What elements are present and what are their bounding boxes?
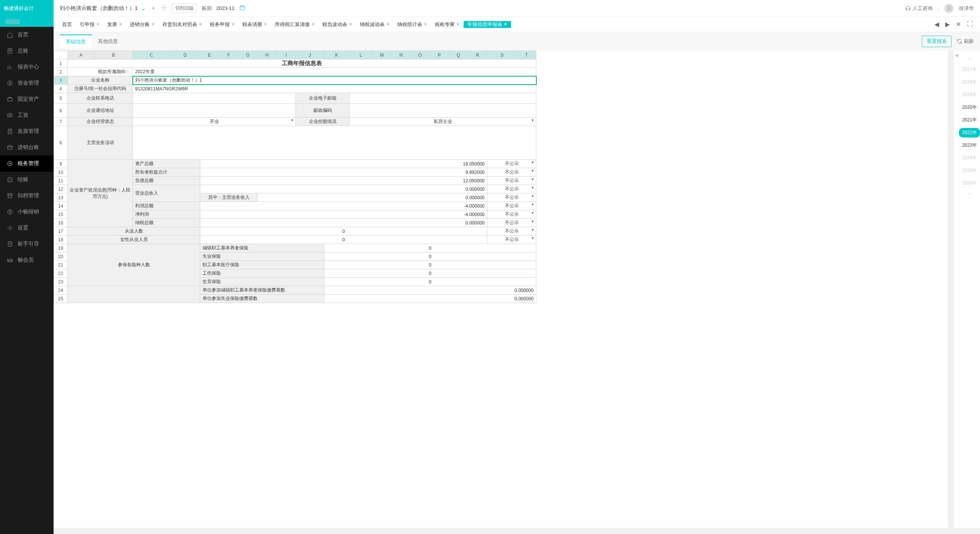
cell-value[interactable]: 12.050000 <box>200 177 487 185</box>
dropdown-holding[interactable]: 私营企业 <box>350 118 536 126</box>
dropdown-publicity[interactable]: 不公示 <box>487 193 536 202</box>
cell-value[interactable]: 0.000000 <box>258 193 487 202</box>
cell-value[interactable]: -4.000000 <box>200 202 487 210</box>
nav-item-home[interactable]: 首页 <box>0 27 54 43</box>
row-header[interactable]: 20 <box>54 252 68 261</box>
row-header[interactable]: 1 <box>54 59 68 68</box>
nav-item-asset[interactable]: 固定资产 <box>0 91 54 107</box>
nav-item-vip[interactable]: 畅会员 <box>0 252 54 268</box>
col-header[interactable]: I <box>277 51 296 59</box>
sheet-corner[interactable] <box>54 51 68 59</box>
tab[interactable]: 税表清册✕ <box>238 21 271 28</box>
cell-value[interactable] <box>350 104 536 118</box>
dropdown-publicity[interactable]: 不公示 <box>487 185 536 193</box>
dropdown-publicity[interactable]: 不公示 <box>487 210 536 219</box>
avatar[interactable] <box>944 4 954 13</box>
year-option[interactable]: 2017年 <box>959 65 980 74</box>
tab-next-button[interactable]: ▶ <box>943 19 952 29</box>
col-header[interactable]: A <box>68 51 95 59</box>
col-header[interactable]: P <box>430 51 449 59</box>
cell-value[interactable]: 18.050000 <box>200 160 487 168</box>
dropdown-status[interactable]: 开业 <box>133 118 296 126</box>
close-icon[interactable]: ✕ <box>386 22 390 27</box>
row-header[interactable]: 12 <box>54 185 68 193</box>
row-header[interactable]: 25 <box>54 295 68 303</box>
year-option[interactable]: 2021年 <box>959 115 980 125</box>
dropdown-publicity[interactable]: 不公示 <box>487 219 536 227</box>
row-header[interactable]: 8 <box>54 126 68 160</box>
tab-close-button[interactable]: ✕ <box>954 19 963 29</box>
col-header[interactable]: Q <box>449 51 468 59</box>
support-link[interactable]: 人工咨询 <box>905 5 933 12</box>
row-header[interactable]: 7 <box>54 118 68 126</box>
col-header[interactable]: T <box>517 51 536 59</box>
user-name[interactable]: 徐泽华 <box>959 5 974 12</box>
account-selector[interactable]: 刘小艳演示账套（勿删勿动！）1 ⌄ <box>60 5 146 12</box>
cell-value[interactable]: 0 <box>324 244 536 252</box>
row-header[interactable]: 3 <box>54 76 68 85</box>
spreadsheet[interactable]: A B C D E F G H I J K L M N O <box>54 51 948 528</box>
close-icon[interactable]: ✕ <box>231 22 235 27</box>
tab[interactable]: 纳税波动表✕ <box>356 21 394 28</box>
cell-value[interactable]: 0.000000 <box>200 185 487 193</box>
close-icon[interactable]: ✕ <box>456 22 460 27</box>
col-header[interactable]: D <box>170 51 200 59</box>
year-up-button[interactable]: ︿ <box>966 54 973 63</box>
close-icon[interactable]: ✕ <box>151 22 155 27</box>
tab[interactable]: 年报信息申报表✕ <box>464 21 511 28</box>
cell-value[interactable]: 0.000000 <box>324 295 536 303</box>
nav-item-report[interactable]: 报表中心 <box>0 59 54 75</box>
close-icon[interactable]: ✕ <box>504 22 507 27</box>
cell-value[interactable]: 0 <box>200 227 487 236</box>
nav-item-settings[interactable]: 设置 <box>0 220 54 236</box>
nav-item-expense[interactable]: 小畅报销 <box>0 204 54 220</box>
tab[interactable]: 税务申报✕ <box>206 21 238 28</box>
add-icon[interactable]: ＋ <box>150 4 157 12</box>
dropdown-publicity[interactable]: 不公示 <box>487 168 536 177</box>
year-option[interactable]: 2024年 <box>959 153 980 163</box>
nav-item-archive[interactable]: 归档管理 <box>0 188 54 204</box>
dropdown-publicity[interactable]: 不公示 <box>487 227 536 236</box>
row-header[interactable]: 24 <box>54 286 68 295</box>
refresh-button[interactable]: 刷新 <box>956 36 974 47</box>
horizontal-scrollbar[interactable] <box>54 528 980 534</box>
cell-value[interactable]: 9.992000 <box>200 168 487 177</box>
col-header[interactable]: C <box>133 51 170 59</box>
cell-value[interactable]: 0 <box>324 269 536 278</box>
tab[interactable]: 引申报✕ <box>76 21 103 28</box>
fullscreen-button[interactable]: ⛶ <box>965 19 975 29</box>
reset-report-button[interactable]: 重置报表 <box>922 36 952 47</box>
cell-value[interactable]: -4.000000 <box>200 210 487 219</box>
row-header[interactable]: 4 <box>54 85 68 93</box>
cell-value[interactable]: 0.000000 <box>200 219 487 227</box>
gear-icon[interactable] <box>161 5 167 12</box>
col-header[interactable]: M <box>372 51 392 59</box>
dropdown-publicity[interactable]: 不公示 <box>487 177 536 185</box>
cell-value[interactable]: 0 <box>324 252 536 261</box>
tab[interactable]: 发票✕ <box>103 21 126 28</box>
cell-value[interactable]: 0.000000 <box>324 286 536 295</box>
cell-value[interactable]: 91320811MA7NGR2W6R <box>133 85 536 93</box>
col-header[interactable]: H <box>258 51 277 59</box>
col-header[interactable]: N <box>392 51 411 59</box>
dropdown-publicity[interactable]: 不公示 <box>487 202 536 210</box>
year-option[interactable]: 2022年 <box>959 128 980 138</box>
nav-item-guide[interactable]: 新手引导 <box>0 236 54 252</box>
col-header[interactable]: J <box>296 51 324 59</box>
row-header[interactable]: 18 <box>54 236 68 244</box>
nav-item-fund[interactable]: 资金管理 <box>0 75 54 91</box>
cell-value[interactable]: 0 <box>324 278 536 286</box>
row-header[interactable]: 9 <box>54 160 68 168</box>
close-icon[interactable]: ✕ <box>424 22 427 27</box>
year-option[interactable]: 2020年 <box>959 103 980 112</box>
nav-item-invoice[interactable]: 发票管理 <box>0 123 54 139</box>
vertical-scrollbar[interactable] <box>948 51 953 528</box>
tab[interactable]: 税检专家✕ <box>431 21 464 28</box>
nav-item-inout[interactable]: 进销台账 <box>0 139 54 156</box>
col-header[interactable]: B <box>95 51 133 59</box>
tab[interactable]: 所得税汇算清缴✕ <box>271 21 318 28</box>
close-icon[interactable]: ✕ <box>349 22 352 27</box>
row-header[interactable]: 5 <box>54 93 68 104</box>
row-header[interactable]: 11 <box>54 177 68 185</box>
period-value[interactable]: 2023-11 <box>216 5 235 11</box>
